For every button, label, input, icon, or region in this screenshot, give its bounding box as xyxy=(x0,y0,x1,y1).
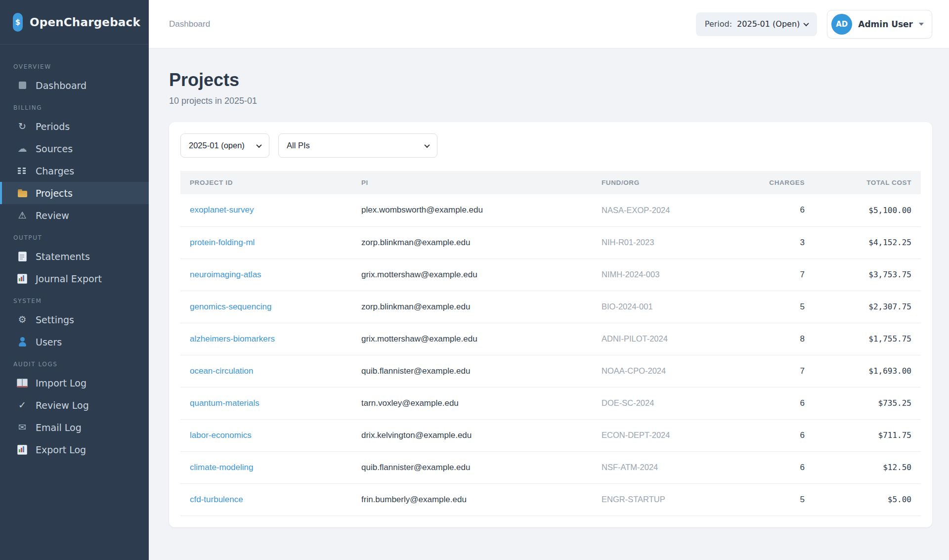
sidebar-item-projects[interactable]: Projects xyxy=(0,182,149,204)
charges-cell: 3 xyxy=(733,226,814,258)
app-title: OpenChargeback xyxy=(30,16,140,29)
user-menu[interactable]: AD Admin User xyxy=(827,10,932,39)
charges-cell: 6 xyxy=(733,194,814,226)
sidebar-section-label: BILLING xyxy=(13,104,149,111)
sidebar-section-output: OUTPUT Statements Journal Export xyxy=(0,234,149,290)
table-row: neuroimaging-atlas grix.mottershaw@examp… xyxy=(180,258,921,291)
project-link[interactable]: genomics-sequencing xyxy=(190,302,271,311)
project-link[interactable]: cfd-turbulence xyxy=(190,495,243,504)
charges-icon xyxy=(17,166,28,176)
charges-cell: 8 xyxy=(733,323,814,355)
review-log-icon xyxy=(17,400,28,411)
breadcrumb[interactable]: Dashboard xyxy=(169,19,210,29)
project-link[interactable]: alzheimers-biomarkers xyxy=(190,334,275,344)
period-label: Period: xyxy=(705,19,732,29)
charges-cell: 5 xyxy=(733,291,814,323)
sidebar-item-review[interactable]: Review xyxy=(0,204,149,226)
total-cost-cell: $2,307.75 xyxy=(814,291,921,323)
sidebar-section-label: AUDIT LOGS xyxy=(13,361,149,368)
period-filter-value: 2025-01 (open) xyxy=(189,141,245,150)
table-row: protein-folding-ml zorp.blinkman@example… xyxy=(180,226,921,258)
sidebar-item-dashboard[interactable]: Dashboard xyxy=(0,74,149,96)
app-window: $ OpenChargeback OVERVIEW Dashboard BILL… xyxy=(0,0,949,560)
caret-down-icon xyxy=(919,23,924,26)
dashboard-icon xyxy=(17,80,28,91)
settings-icon xyxy=(17,314,28,325)
sidebar-section-label: OVERVIEW xyxy=(13,63,149,70)
sidebar-item-journal-export[interactable]: Journal Export xyxy=(0,267,149,290)
pi-cell: quib.flannister@example.edu xyxy=(352,451,592,483)
table-row: labor-economics drix.kelvington@example.… xyxy=(180,419,921,451)
total-cost-cell: $1,755.75 xyxy=(814,323,921,355)
brand: $ OpenChargeback xyxy=(0,0,149,44)
chevron-down-icon xyxy=(256,142,261,147)
chevron-down-icon xyxy=(804,20,809,26)
total-cost-cell: $5.00 xyxy=(814,483,921,516)
charges-cell: 6 xyxy=(733,451,814,483)
dollar-logo-icon: $ xyxy=(13,13,23,32)
total-cost-cell: $5,100.00 xyxy=(814,194,921,226)
sidebar-item-sources[interactable]: Sources xyxy=(0,137,149,160)
users-icon xyxy=(17,337,28,347)
total-cost-cell: $4,152.25 xyxy=(814,226,921,258)
pi-cell: frin.bumberly@example.edu xyxy=(352,483,592,516)
project-link[interactable]: climate-modeling xyxy=(190,463,254,472)
period-filter-select[interactable]: 2025-01 (open) xyxy=(180,133,269,158)
fund-org-cell: NSF-ATM-2024 xyxy=(592,451,733,483)
project-id-cell: climate-modeling xyxy=(180,451,352,483)
sidebar-item-import-log[interactable]: Import Log xyxy=(0,372,149,394)
page-subtitle: 10 projects in 2025-01 xyxy=(169,96,932,106)
project-link[interactable]: protein-folding-ml xyxy=(190,238,255,247)
user-name: Admin User xyxy=(858,19,913,29)
charges-cell: 7 xyxy=(733,355,814,387)
project-link[interactable]: neuroimaging-atlas xyxy=(190,270,261,279)
main-area: Dashboard Period: 2025-01 (Open) AD Admi… xyxy=(149,0,949,560)
sidebar-item-export-log[interactable]: Export Log xyxy=(0,438,149,461)
pi-cell: zorp.blinkman@example.edu xyxy=(352,226,592,258)
pi-cell: grix.mottershaw@example.edu xyxy=(352,323,592,355)
pi-cell: zorp.blinkman@example.edu xyxy=(352,291,592,323)
review-icon xyxy=(17,210,28,221)
sidebar: $ OpenChargeback OVERVIEW Dashboard BILL… xyxy=(0,0,149,560)
content: Projects 10 projects in 2025-01 2025-01 … xyxy=(149,48,949,527)
table-row: ocean-circulation quib.flannister@exampl… xyxy=(180,355,921,387)
table-row: quantum-materials tarn.voxley@example.ed… xyxy=(180,387,921,419)
filters: 2025-01 (open) All PIs xyxy=(180,133,921,158)
table-row: cfd-turbulence frin.bumberly@example.edu… xyxy=(180,483,921,516)
col-header-project-id: PROJECT ID xyxy=(180,171,352,194)
table-row: genomics-sequencing zorp.blinkman@exampl… xyxy=(180,291,921,323)
fund-org-cell: NOAA-CPO-2024 xyxy=(592,355,733,387)
project-link[interactable]: ocean-circulation xyxy=(190,366,254,376)
table-row: exoplanet-survey plex.wombsworth@example… xyxy=(180,194,921,226)
sidebar-item-charges[interactable]: Charges xyxy=(0,160,149,182)
page-title: Projects xyxy=(169,70,932,90)
sources-icon xyxy=(17,143,28,154)
pi-filter-select[interactable]: All PIs xyxy=(278,133,437,158)
projects-card: 2025-01 (open) All PIs P xyxy=(169,122,932,527)
col-header-fund-org: FUND/ORG xyxy=(592,171,733,194)
sidebar-item-email-log[interactable]: Email Log xyxy=(0,416,149,438)
project-link[interactable]: exoplanet-survey xyxy=(190,205,254,215)
sidebar-item-users[interactable]: Users xyxy=(0,331,149,353)
sidebar-item-review-log[interactable]: Review Log xyxy=(0,394,149,416)
total-cost-cell: $1,693.00 xyxy=(814,355,921,387)
email-log-icon xyxy=(17,422,28,433)
fund-org-cell: BIO-2024-001 xyxy=(592,291,733,323)
table-header: PROJECT ID PI FUND/ORG CHARGES TOTAL COS… xyxy=(180,171,921,194)
import-log-icon xyxy=(17,378,28,388)
project-id-cell: quantum-materials xyxy=(180,387,352,419)
project-link[interactable]: quantum-materials xyxy=(190,398,259,408)
sidebar-section-system: SYSTEM Settings Users xyxy=(0,298,149,353)
total-cost-cell: $3,753.75 xyxy=(814,258,921,291)
sidebar-item-periods[interactable]: Periods xyxy=(0,115,149,137)
period-dropdown[interactable]: 2025-01 (Open) xyxy=(737,19,808,29)
project-link[interactable]: labor-economics xyxy=(190,431,252,440)
sidebar-section-audit-logs: AUDIT LOGS Import Log Review Log Email L… xyxy=(0,361,149,461)
sidebar-item-settings[interactable]: Settings xyxy=(0,308,149,331)
sidebar-item-statements[interactable]: Statements xyxy=(0,245,149,267)
period-dropdown-value: 2025-01 (Open) xyxy=(737,19,800,29)
fund-org-cell: NIMH-2024-003 xyxy=(592,258,733,291)
pi-cell: quib.flannister@example.edu xyxy=(352,355,592,387)
total-cost-cell: $735.25 xyxy=(814,387,921,419)
sidebar-section-label: OUTPUT xyxy=(13,234,149,241)
